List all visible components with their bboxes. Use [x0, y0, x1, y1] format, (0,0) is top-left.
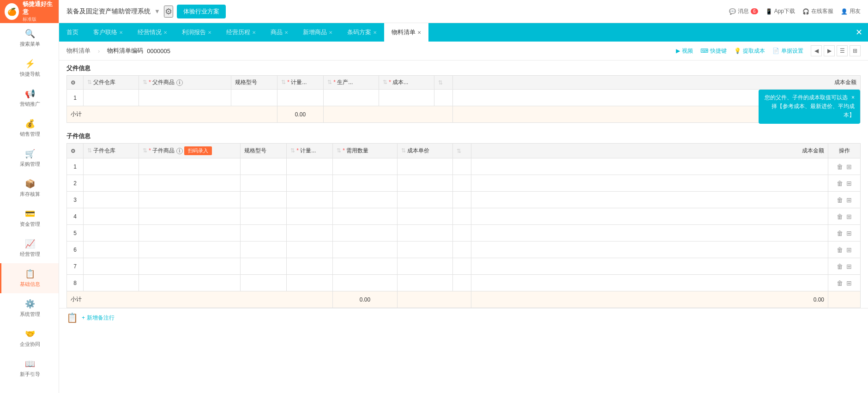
parent-product-info-icon[interactable]: ℹ — [176, 79, 183, 86]
child-qty-cell[interactable] — [333, 275, 398, 291]
child-qty-cell[interactable] — [333, 192, 398, 208]
sidebar-item-basicinfo[interactable]: 📋 基础信息 — [0, 263, 59, 293]
tab-goods-close[interactable]: ✕ — [284, 30, 288, 35]
delete-row-button[interactable]: 🗑 — [836, 212, 844, 221]
child-unit-cell[interactable] — [287, 192, 333, 208]
child-spec-cell[interactable] — [241, 175, 287, 192]
tab-home[interactable]: 首页 — [59, 23, 86, 42]
message-button[interactable]: 💬 消息 6 — [729, 7, 758, 15]
user-button[interactable]: 👤 用友 — [841, 7, 861, 15]
prev-page-button[interactable]: ◀ — [811, 45, 822, 56]
tab-operation-history-close[interactable]: ✕ — [252, 30, 256, 35]
sidebar-item-purchase[interactable]: 🛒 采购管理 — [0, 143, 59, 173]
sidebar-item-inventory[interactable]: 📦 库存核算 — [0, 173, 59, 203]
child-unit-price-cell[interactable] — [398, 275, 453, 291]
child-spec-cell[interactable] — [241, 158, 287, 175]
close-all-button[interactable]: ✕ — [850, 27, 868, 37]
child-qty-cell[interactable] — [333, 175, 398, 192]
child-unit-cell[interactable] — [287, 275, 333, 291]
app-download-button[interactable]: 📱 App下载 — [766, 7, 795, 15]
sidebar-item-finance[interactable]: 💳 资金管理 — [0, 203, 59, 233]
sidebar-item-operation[interactable]: 📈 经营管理 — [0, 233, 59, 263]
child-product-cell[interactable] — [139, 158, 241, 175]
child-warehouse-cell[interactable] — [84, 225, 139, 242]
child-warehouse-cell[interactable] — [84, 192, 139, 208]
sidebar-item-marketing[interactable]: 📢 营销推广 — [0, 83, 59, 113]
video-action[interactable]: ▶ 视频 — [676, 47, 693, 55]
add-remark-button[interactable]: + 新增备注行 — [82, 314, 115, 322]
tab-operation-history[interactable]: 经营历程 ✕ — [219, 23, 263, 42]
child-spec-cell[interactable] — [241, 275, 287, 291]
child-product-cell[interactable] — [139, 192, 241, 208]
sidebar-item-system[interactable]: ⚙️ 系统管理 — [0, 293, 59, 323]
child-unit-cell[interactable] — [287, 258, 333, 275]
child-product-cell[interactable] — [139, 208, 241, 225]
dropdown-icon[interactable]: ▼ — [154, 8, 160, 15]
delete-row-button[interactable]: 🗑 — [836, 278, 844, 288]
list-view-button[interactable]: ☰ — [837, 45, 848, 56]
child-spec-cell[interactable] — [241, 258, 287, 275]
doc-settings-action[interactable]: 📄 单据设置 — [772, 47, 803, 55]
child-product-cell[interactable] — [139, 275, 241, 291]
child-unit-price-cell[interactable] — [398, 225, 453, 242]
child-unit-cell[interactable] — [287, 158, 333, 175]
tab-barcode-close[interactable]: ✕ — [373, 30, 377, 35]
parent-production-cell[interactable] — [324, 90, 379, 106]
delete-row-button[interactable]: 🗑 — [836, 195, 844, 205]
child-spec-cell[interactable] — [241, 242, 287, 258]
sidebar-item-guide[interactable]: 📖 新手引导 — [0, 353, 59, 383]
copy-row-button[interactable]: ⊞ — [845, 245, 853, 254]
tab-operation-status-close[interactable]: ✕ — [163, 30, 167, 35]
tab-new-goods[interactable]: 新增商品 ✕ — [295, 23, 340, 42]
child-product-cell[interactable] — [139, 225, 241, 242]
tab-profit[interactable]: 利润报告 ✕ — [175, 23, 219, 42]
gear-button[interactable]: ⚙ — [164, 6, 173, 18]
tab-bom-close[interactable]: ✕ — [417, 30, 421, 35]
child-warehouse-cell[interactable] — [84, 275, 139, 291]
delete-row-button[interactable]: 🗑 — [836, 229, 844, 238]
delete-row-button[interactable]: 🗑 — [836, 262, 844, 271]
copy-row-button[interactable]: ⊞ — [845, 162, 853, 171]
child-unit-price-cell[interactable] — [398, 192, 453, 208]
child-qty-cell[interactable] — [333, 158, 398, 175]
next-page-button[interactable]: ▶ — [824, 45, 835, 56]
copy-row-button[interactable]: ⊞ — [845, 212, 853, 221]
parent-warehouse-cell[interactable] — [84, 90, 139, 106]
child-unit-price-cell[interactable] — [398, 158, 453, 175]
child-warehouse-cell[interactable] — [84, 175, 139, 192]
delete-row-button[interactable]: 🗑 — [836, 245, 844, 254]
tab-new-goods-close[interactable]: ✕ — [329, 30, 332, 35]
child-warehouse-cell[interactable] — [84, 242, 139, 258]
child-unit-cell[interactable] — [287, 175, 333, 192]
tooltip-close-icon[interactable]: × — [851, 93, 855, 102]
parent-spec-cell[interactable] — [231, 90, 277, 106]
copy-row-button[interactable]: ⊞ — [845, 195, 853, 205]
breadcrumb-bom[interactable]: 物料清单 — [66, 47, 90, 55]
child-spec-cell[interactable] — [241, 225, 287, 242]
tab-customer-close[interactable]: ✕ — [119, 30, 123, 35]
copy-row-button[interactable]: ⊞ — [845, 278, 853, 288]
child-unit-cell[interactable] — [287, 225, 333, 242]
tab-bom[interactable]: 物料清单 ✕ — [384, 23, 428, 42]
delete-row-button[interactable]: 🗑 — [836, 179, 844, 188]
child-qty-cell[interactable] — [333, 242, 398, 258]
parent-product-cell[interactable] — [139, 90, 231, 106]
child-warehouse-cell[interactable] — [84, 158, 139, 175]
child-spec-cell[interactable] — [241, 208, 287, 225]
copy-row-button[interactable]: ⊞ — [845, 262, 853, 271]
delete-row-button[interactable]: 🗑 — [836, 162, 844, 171]
child-qty-cell[interactable] — [333, 225, 398, 242]
child-product-cell[interactable] — [139, 175, 241, 192]
tab-operation-status[interactable]: 经营情况 ✕ — [130, 23, 175, 42]
shortcut-action[interactable]: ⌨ 快捷键 — [700, 47, 727, 55]
child-product-cell[interactable] — [139, 242, 241, 258]
sidebar-item-cooperation[interactable]: 🤝 企业协同 — [0, 323, 59, 353]
child-warehouse-cell[interactable] — [84, 258, 139, 275]
child-unit-price-cell[interactable] — [398, 242, 453, 258]
child-warehouse-cell[interactable] — [84, 208, 139, 225]
child-unit-price-cell[interactable] — [398, 175, 453, 192]
child-product-info-icon[interactable]: ℹ — [176, 148, 183, 154]
child-unit-cell[interactable] — [287, 242, 333, 258]
tab-customer[interactable]: 客户联络 ✕ — [86, 23, 130, 42]
tab-barcode[interactable]: 条码方案 ✕ — [340, 23, 384, 42]
